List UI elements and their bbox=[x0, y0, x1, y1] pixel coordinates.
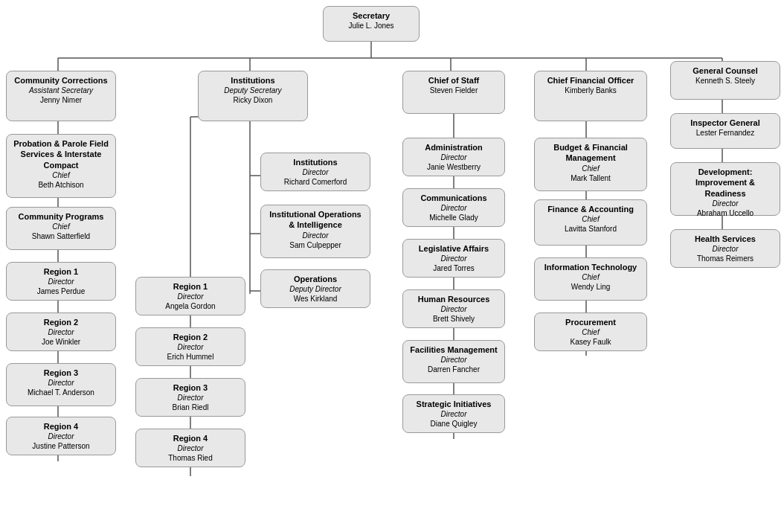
prob-name: Beth Atchison bbox=[12, 180, 110, 190]
inspector-general-node: Inspector General Lester Fernandez bbox=[670, 113, 780, 149]
inst-ds-name: Ricky Dixon bbox=[204, 95, 302, 105]
cfo-node: Chief Financial Officer Kimberly Banks bbox=[534, 71, 647, 121]
r2i-title: Region 2 bbox=[141, 332, 240, 342]
r2cc-name: Joe Winkler bbox=[12, 337, 110, 347]
hs-sub: Director bbox=[676, 244, 774, 254]
io-name: Sam Culpepper bbox=[266, 240, 364, 250]
fac-name: Darren Fancher bbox=[408, 365, 499, 374]
fin-sub: Chief bbox=[540, 214, 641, 224]
r2cc-sub: Director bbox=[12, 327, 110, 337]
fin-name: Lavitta Stanford bbox=[540, 224, 641, 234]
r2cc-title: Region 2 bbox=[12, 317, 110, 327]
budget-node: Budget & Financial Management Chief Mark… bbox=[534, 138, 647, 191]
it-title: Information Technology bbox=[540, 262, 641, 272]
it-sub: Chief bbox=[540, 272, 641, 282]
r3i-sub: Director bbox=[141, 393, 240, 403]
r1cc-title: Region 1 bbox=[12, 266, 110, 277]
r2i-name: Erich Hummel bbox=[141, 352, 240, 362]
region2-inst-node: Region 2 Director Erich Hummel bbox=[135, 327, 245, 366]
health-services-node: Health Services Director Thomas Reimers bbox=[670, 229, 780, 268]
strat-name: Diane Quigley bbox=[408, 419, 499, 429]
info-tech-node: Information Technology Chief Wendy Ling bbox=[534, 257, 647, 301]
general-counsel-node: General Counsel Kenneth S. Steely bbox=[670, 61, 780, 100]
r3cc-sub: Director bbox=[12, 378, 110, 388]
r4cc-sub: Director bbox=[12, 432, 110, 441]
ops-sub: Deputy Director bbox=[266, 284, 364, 294]
r3cc-name: Michael T. Anderson bbox=[12, 388, 110, 397]
legislative-affairs-node: Legislative Affairs Director Jared Torre… bbox=[402, 239, 505, 278]
dev-sub: Director bbox=[676, 199, 774, 208]
proc-name: Kasey Faulk bbox=[540, 337, 641, 347]
id-sub: Director bbox=[266, 167, 364, 177]
id-name: Richard Comerford bbox=[266, 177, 364, 187]
comm-sub: Director bbox=[408, 203, 499, 213]
r1i-sub: Director bbox=[141, 292, 240, 301]
hr-name: Brett Shively bbox=[408, 314, 499, 324]
ig-title: Inspector General bbox=[676, 118, 774, 128]
proc-sub: Chief bbox=[540, 327, 641, 337]
secretary-title: Secretary bbox=[329, 10, 414, 21]
institutions-dir-node: Institutions Director Richard Comerford bbox=[260, 153, 370, 191]
region1-inst-node: Region 1 Director Angela Gordon bbox=[135, 277, 245, 315]
ops-title: Operations bbox=[266, 274, 364, 284]
cp-sub: Chief bbox=[12, 222, 110, 231]
ig-name: Lester Fernandez bbox=[676, 128, 774, 138]
inst-ds-title: Institutions bbox=[204, 75, 302, 86]
hs-title: Health Services bbox=[676, 234, 774, 244]
r3i-title: Region 3 bbox=[141, 382, 240, 393]
cos-name: Steven Fielder bbox=[408, 86, 499, 95]
prob-sub: Chief bbox=[12, 170, 110, 180]
r1cc-sub: Director bbox=[12, 277, 110, 286]
strategic-node: Strategic Initiatives Director Diane Qui… bbox=[402, 394, 505, 433]
r3i-name: Brian Riedl bbox=[141, 403, 240, 412]
administration-node: Administration Director Janie Westberry bbox=[402, 138, 505, 176]
r4cc-name: Justine Patterson bbox=[12, 441, 110, 451]
dev-title: Development: Improvement & Readiness bbox=[676, 167, 774, 199]
inst-ds-sub: Deputy Secretary bbox=[204, 86, 302, 95]
r4cc-title: Region 4 bbox=[12, 421, 110, 432]
community-programs-node: Community Programs Chief Shawn Satterfie… bbox=[6, 207, 116, 250]
connector-lines bbox=[0, 0, 784, 532]
cc-sub: Assistant Secretary bbox=[12, 86, 110, 95]
strat-sub: Director bbox=[408, 409, 499, 419]
r2i-sub: Director bbox=[141, 342, 240, 352]
la-sub: Director bbox=[408, 254, 499, 263]
cc-name: Jenny Nimer bbox=[12, 95, 110, 105]
r1cc-name: James Perdue bbox=[12, 286, 110, 296]
proc-title: Procurement bbox=[540, 317, 641, 327]
human-resources-node: Human Resources Director Brett Shively bbox=[402, 289, 505, 328]
facilities-node: Facilities Management Director Darren Fa… bbox=[402, 340, 505, 383]
id-title: Institutions bbox=[266, 157, 364, 167]
region3-cc-node: Region 3 Director Michael T. Anderson bbox=[6, 363, 116, 406]
admin-name: Janie Westberry bbox=[408, 162, 499, 172]
comm-title: Communications bbox=[408, 193, 499, 203]
cp-name: Shawn Satterfield bbox=[12, 231, 110, 241]
fac-sub: Director bbox=[408, 355, 499, 365]
r1i-name: Angela Gordon bbox=[141, 301, 240, 311]
fac-title: Facilities Management bbox=[408, 344, 499, 355]
fin-title: Finance & Accounting bbox=[540, 204, 641, 214]
region2-cc-node: Region 2 Director Joe Winkler bbox=[6, 313, 116, 351]
finance-node: Finance & Accounting Chief Lavitta Stanf… bbox=[534, 199, 647, 246]
secretary-node: Secretary Julie L. Jones bbox=[323, 6, 420, 42]
hr-sub: Director bbox=[408, 304, 499, 314]
la-title: Legislative Affairs bbox=[408, 243, 499, 254]
strat-title: Strategic Initiatives bbox=[408, 399, 499, 409]
region4-cc-node: Region 4 Director Justine Patterson bbox=[6, 417, 116, 455]
region3-inst-node: Region 3 Director Brian Riedl bbox=[135, 378, 245, 417]
r3cc-title: Region 3 bbox=[12, 368, 110, 378]
admin-title: Administration bbox=[408, 142, 499, 153]
la-name: Jared Torres bbox=[408, 263, 499, 273]
io-title: Institutional Operations & Intelligence bbox=[266, 209, 364, 231]
gc-name: Kenneth S. Steely bbox=[676, 76, 774, 86]
r4i-name: Thomas Ried bbox=[141, 453, 240, 463]
cos-title: Chief of Staff bbox=[408, 75, 499, 86]
cc-title: Community Corrections bbox=[12, 75, 110, 86]
development-node: Development: Improvement & Readiness Dir… bbox=[670, 162, 780, 216]
io-sub: Director bbox=[266, 231, 364, 240]
communications-node: Communications Director Michelle Glady bbox=[402, 188, 505, 227]
cfo-title: Chief Financial Officer bbox=[540, 75, 641, 86]
dev-name: Abraham Uccello bbox=[676, 208, 774, 218]
bud-sub: Chief bbox=[540, 164, 641, 173]
it-name: Wendy Ling bbox=[540, 282, 641, 292]
